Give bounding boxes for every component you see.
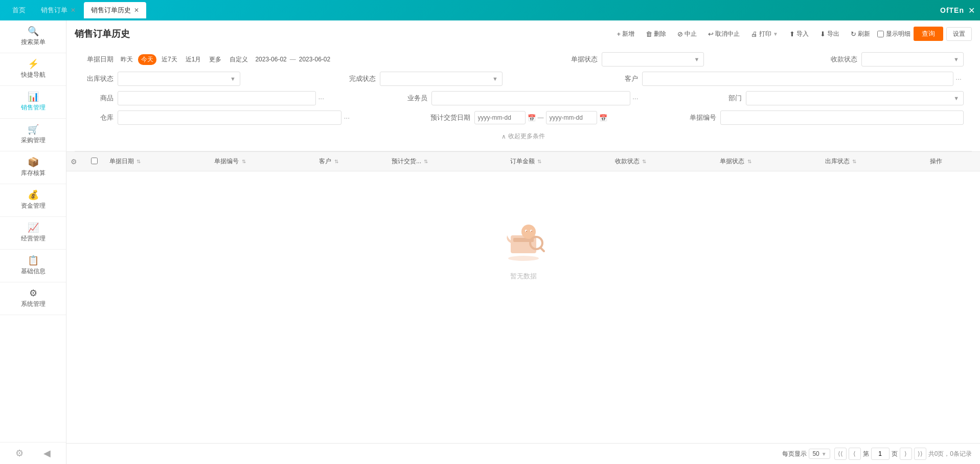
tab-sales-order-history[interactable]: 销售订单历史 ✕ [84, 2, 146, 18]
page-size-select: 每页显示 50 ▼ [782, 449, 830, 459]
customer-more-icon[interactable]: ··· [953, 75, 964, 83]
cancel-stop-icon: ↩ [708, 30, 714, 38]
purchase-icon: 🛒 [28, 125, 39, 134]
payment-status-select[interactable]: ▼ [861, 52, 964, 67]
date-btn-1month[interactable]: 近1月 [183, 54, 204, 65]
th-order-status[interactable]: 单据状态 ⇅ [716, 152, 821, 171]
date-btn-7days[interactable]: 近7天 [158, 54, 180, 65]
warehouse-more-icon[interactable]: ··· [341, 114, 352, 122]
filter-row-1: 单据日期 昨天 今天 近7天 近1月 更多 自定义 2023-06-02 — 2… [83, 52, 964, 67]
date-quick-btns: 昨天 今天 近7天 近1月 更多 自定义 [118, 54, 251, 65]
cal-icon-to[interactable]: 📅 [599, 114, 607, 122]
th-payment-status[interactable]: 收款状态 ⇅ [611, 152, 716, 171]
sidebar-item-finance[interactable]: 💰 资金管理 [0, 184, 66, 217]
date-range-display: 2023-06-02 [255, 56, 286, 63]
delivery-status-select[interactable]: ▼ [118, 72, 240, 86]
sidebar-item-operation[interactable]: 📈 经营管理 [0, 217, 66, 250]
date-btn-custom[interactable]: 自定义 [226, 54, 251, 65]
window-close-icon[interactable]: ✕ [968, 6, 975, 15]
close-icon-history[interactable]: ✕ [134, 7, 139, 14]
display-detail-input[interactable] [877, 31, 884, 37]
department-select[interactable]: ▼ [746, 91, 964, 105]
expected-delivery-from[interactable] [474, 111, 526, 124]
order-number-input[interactable] [720, 111, 964, 125]
collapse-up-icon: ∧ [502, 133, 506, 140]
complete-status-select[interactable]: ▼ [380, 72, 503, 86]
table-header-row: ⚙ 单据日期 ⇅ 单据编号 ⇅ [66, 152, 980, 171]
salesperson-more-icon[interactable]: ··· [630, 94, 641, 102]
product-more-icon[interactable]: ··· [316, 94, 326, 102]
th-checkbox[interactable] [87, 152, 105, 171]
print-button[interactable]: 🖨 打印 ▼ [747, 28, 782, 40]
sidebar-item-quicknav[interactable]: ⚡ 快捷导航 [0, 53, 66, 86]
th-settings[interactable]: ⚙ [66, 152, 87, 171]
sidebar-item-purchase[interactable]: 🛒 采购管理 [0, 119, 66, 151]
settings-bottom-icon[interactable]: ⚙ [15, 448, 24, 459]
page-first-button[interactable]: ⟨⟨ [834, 448, 847, 460]
sidebar-item-basic[interactable]: 📋 基础信息 [0, 250, 66, 282]
setting-button[interactable]: 设置 [946, 27, 972, 41]
customer-input[interactable] [642, 72, 954, 86]
sidebar-item-system[interactable]: ⚙ 系统管理 [0, 282, 66, 315]
tab-sales-order[interactable]: 销售订单 ✕ [34, 2, 83, 18]
th-order-amount[interactable]: 订单金额 ⇅ [506, 152, 611, 171]
print-icon: 🖨 [751, 30, 758, 38]
refresh-button[interactable]: ↻ 刷新 [847, 28, 874, 40]
th-order-amount-label: 订单金额 [510, 158, 535, 165]
th-number-label: 单据编号 [214, 158, 239, 165]
sidebar-item-sales[interactable]: 📊 销售管理 [0, 86, 66, 119]
cal-icon-from[interactable]: 📅 [528, 114, 536, 122]
add-button[interactable]: + 新增 [613, 28, 639, 40]
delete-button[interactable]: 🗑 删除 [642, 28, 670, 40]
th-date[interactable]: 单据日期 ⇅ [105, 152, 210, 171]
page-size-label: 每页显示 [782, 450, 807, 458]
date-btn-today[interactable]: 今天 [138, 54, 156, 65]
data-table: ⚙ 单据日期 ⇅ 单据编号 ⇅ [66, 152, 980, 171]
stop-button[interactable]: ⊘ 中止 [673, 28, 701, 40]
cancel-stop-button[interactable]: ↩ 取消中止 [704, 28, 744, 40]
sidebar-item-inventory[interactable]: 📦 库存核算 [0, 151, 66, 184]
date-range-inputs: 2023-06-02 — 2023-06-02 [255, 56, 330, 63]
th-expected-delivery[interactable]: 预计交货... ⇅ [388, 152, 506, 171]
close-icon[interactable]: ✕ [71, 7, 76, 14]
select-all-checkbox[interactable] [91, 158, 98, 164]
system-icon: ⚙ [29, 289, 37, 298]
th-delivery-status[interactable]: 出库状态 ⇅ [821, 152, 926, 171]
th-expected-delivery-label: 预计交货... [392, 158, 421, 165]
warehouse-input[interactable] [118, 111, 341, 125]
th-customer[interactable]: 客户 ⇅ [315, 152, 388, 171]
query-button[interactable]: 查询 [914, 27, 943, 41]
date-btn-more[interactable]: 更多 [206, 54, 224, 65]
page-last-button[interactable]: ⟩⟩ [914, 448, 926, 460]
stop-icon: ⊘ [677, 30, 683, 38]
date-btn-yesterday[interactable]: 昨天 [118, 54, 136, 65]
export-button[interactable]: ⬇ 导出 [816, 28, 844, 40]
page-prev-button[interactable]: ⟨ [849, 448, 861, 460]
product-input[interactable] [118, 91, 316, 105]
import-button[interactable]: ⬆ 导入 [785, 28, 813, 40]
page-size-box[interactable]: 50 ▼ [809, 449, 830, 459]
tab-home[interactable]: 首页 [5, 2, 33, 18]
customer-label: 客户 [607, 74, 638, 83]
table-settings-icon[interactable]: ⚙ [71, 158, 77, 166]
page-header: 销售订单历史 + 新增 🗑 删除 ⊘ 中止 ↩ [66, 20, 980, 152]
sidebar-item-inventory-label: 库存核算 [21, 169, 45, 178]
warehouse-label: 仓库 [83, 113, 113, 122]
expected-delivery-to[interactable] [546, 111, 597, 124]
display-detail-checkbox[interactable]: 显示明细 [877, 30, 910, 38]
th-number[interactable]: 单据编号 ⇅ [210, 152, 315, 171]
page-number-input[interactable] [871, 448, 890, 460]
page-label: 第 [863, 450, 869, 458]
salesperson-input[interactable] [431, 91, 630, 105]
page-title-row: 销售订单历史 + 新增 🗑 删除 ⊘ 中止 ↩ [75, 27, 972, 41]
page-next-button[interactable]: ⟩ [900, 448, 912, 460]
collapse-row[interactable]: ∧ 收起更多条件 [83, 130, 964, 145]
print-arrow-icon: ▼ [773, 31, 778, 37]
sort-icon-expected: ⇅ [424, 159, 428, 164]
th-action: 操作 [926, 152, 980, 171]
collapse-sidebar-icon[interactable]: ◀ [43, 448, 51, 459]
sidebar-item-search[interactable]: 🔍 搜索菜单 [0, 20, 66, 53]
complete-status-arrow-icon: ▼ [492, 76, 498, 82]
order-status-select[interactable]: ▼ [602, 52, 704, 67]
svg-line-9 [540, 248, 544, 251]
